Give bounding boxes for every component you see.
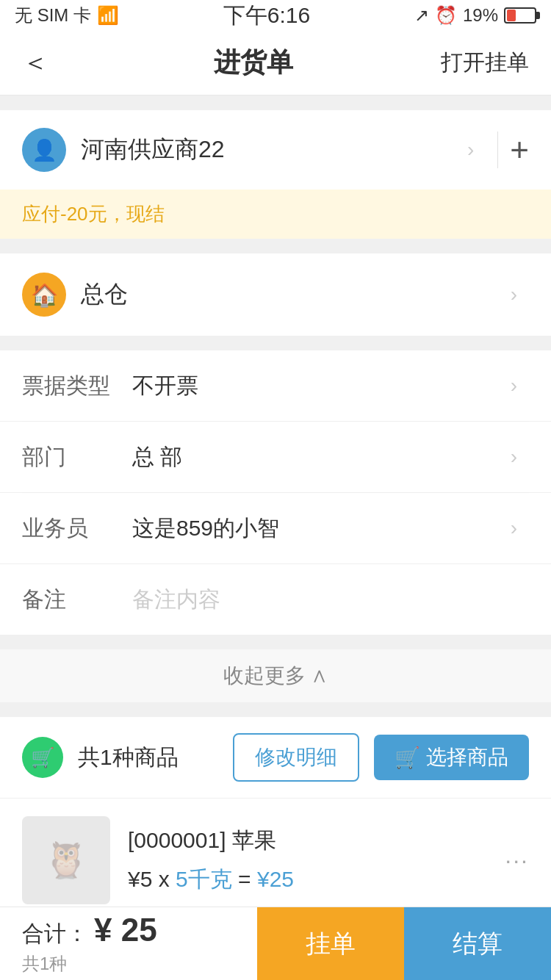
- status-bar-right: ↗ ⏰ 19%: [414, 5, 536, 26]
- dept-value: 总 部: [132, 442, 511, 472]
- total-amount: ¥ 25: [94, 912, 157, 948]
- owl-icon: 🦉: [44, 840, 88, 881]
- warehouse-icon: 🏠: [22, 273, 66, 317]
- alarm-icon: ⏰: [435, 5, 457, 26]
- dept-chevron-icon: ›: [511, 445, 517, 469]
- invoice-label: 票据类型: [22, 371, 125, 401]
- vertical-divider: [497, 131, 498, 168]
- dept-label: 部门: [22, 442, 125, 472]
- invoice-value: 不开票: [132, 371, 511, 401]
- cart-icon: 🛒: [395, 746, 420, 770]
- status-time: 下午6:16: [223, 1, 310, 31]
- section-gap-2: [0, 239, 551, 253]
- chevron-right-icon: ›: [467, 138, 474, 162]
- avatar-icon: 👤: [32, 138, 57, 162]
- staff-row[interactable]: 业务员 这是859的小智 ›: [0, 493, 551, 563]
- dept-row[interactable]: 部门 总 部 ›: [0, 422, 551, 492]
- warehouse-name: 总仓: [81, 278, 511, 311]
- invoice-chevron-icon: ›: [511, 374, 517, 397]
- product-name: [0000001] 苹果: [128, 826, 490, 856]
- unit-price: ¥5: [128, 867, 152, 891]
- supplier-avatar: 👤: [22, 128, 66, 172]
- wifi-icon: 📶: [97, 5, 119, 26]
- quantity: 5千克: [176, 867, 232, 891]
- warning-banner: 应付-20元，现结: [0, 190, 551, 239]
- warehouse-chevron-icon: ›: [511, 283, 517, 306]
- equals-sign: =: [238, 867, 257, 891]
- product-thumbnail: 🦉: [22, 816, 110, 904]
- product-info: [0000001] 苹果 ¥5 x 5千克 = ¥25: [128, 826, 490, 895]
- footer-total: 合计： ¥ 25 共1种: [0, 912, 257, 976]
- status-bar: 无 SIM 卡 📶 下午6:16 ↗ ⏰ 19%: [0, 0, 551, 31]
- nav-bar: ＜ 进货单 打开挂单: [0, 31, 551, 96]
- product-item: 🦉 [0000001] 苹果 ¥5 x 5千克 = ¥25 ···: [0, 798, 551, 922]
- page-title: 进货单: [214, 45, 293, 81]
- staff-label: 业务员: [22, 514, 125, 544]
- supplier-name: 河南供应商22: [81, 134, 467, 166]
- multiply-sign: x: [159, 867, 176, 891]
- location-icon: ↗: [414, 5, 429, 26]
- products-header: 🛒 共1种商品 修改明细 🛒 选择商品: [0, 717, 551, 798]
- select-product-button[interactable]: 🛒 选择商品: [374, 735, 529, 780]
- remark-value[interactable]: 备注内容: [132, 585, 529, 615]
- battery-text: 19%: [463, 5, 498, 26]
- footer: 合计： ¥ 25 共1种 挂单 结算: [0, 907, 551, 980]
- product-more-button[interactable]: ···: [490, 847, 529, 874]
- product-price: ¥5 x 5千克 = ¥25: [128, 865, 490, 895]
- staff-chevron-icon: ›: [511, 516, 517, 540]
- open-pending-button[interactable]: 打开挂单: [441, 48, 529, 78]
- total-label-row: 合计： ¥ 25: [22, 912, 257, 949]
- product-title: 苹果: [232, 828, 276, 852]
- item-total: ¥25: [257, 867, 294, 891]
- carrier-text: 无 SIM 卡: [15, 4, 91, 27]
- product-id: [0000001]: [128, 828, 226, 852]
- section-gap-3: [0, 336, 551, 350]
- total-label: 合计：: [22, 919, 88, 949]
- back-button[interactable]: ＜: [22, 45, 66, 81]
- collapse-label: 收起更多 ∧: [223, 662, 328, 690]
- section-gap-1: [0, 96, 551, 110]
- products-count: 共1种商品: [78, 743, 233, 773]
- staff-value: 这是859的小智: [132, 514, 511, 544]
- section-gap-4: [0, 635, 551, 649]
- invoice-type-row[interactable]: 票据类型 不开票 ›: [0, 350, 551, 421]
- section-gap-5: [0, 702, 551, 717]
- settle-button[interactable]: 结算: [404, 907, 551, 981]
- remark-row[interactable]: 备注 备注内容: [0, 564, 551, 635]
- total-sub: 共1种: [22, 952, 257, 976]
- battery-icon: [504, 7, 536, 24]
- supplier-row[interactable]: 👤 河南供应商22 › +: [0, 110, 551, 190]
- collapse-button[interactable]: 收起更多 ∧: [0, 649, 551, 702]
- remark-label: 备注: [22, 585, 125, 615]
- status-bar-left: 无 SIM 卡 📶: [15, 4, 119, 27]
- warehouse-row[interactable]: 🏠 总仓 ›: [0, 253, 551, 336]
- products-icon: 🛒: [22, 737, 63, 778]
- edit-detail-button[interactable]: 修改明细: [233, 733, 359, 782]
- hang-order-button[interactable]: 挂单: [257, 907, 404, 981]
- add-supplier-button[interactable]: +: [510, 134, 529, 166]
- select-product-label: 选择商品: [426, 743, 508, 771]
